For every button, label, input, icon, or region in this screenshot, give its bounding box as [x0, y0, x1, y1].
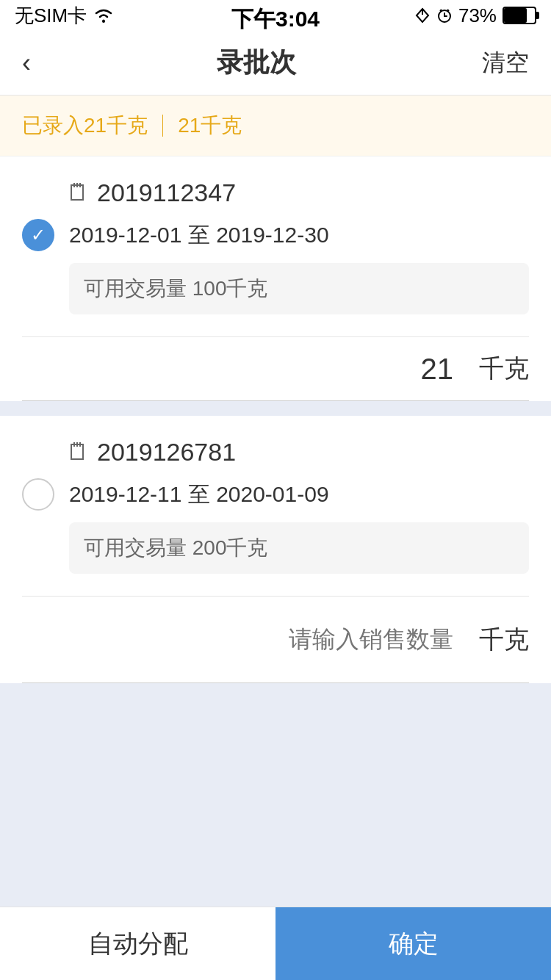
batch-date-2: 2019-12-11 至 2020-01-09 [69, 480, 329, 510]
batch-amount-row-2: 千克 [22, 596, 529, 683]
amount-input-1[interactable] [376, 353, 464, 386]
info-banner: 已录入21千克 21千克 [0, 96, 551, 156]
batch-date-row-1[interactable]: ✓ 2019-12-01 至 2019-12-30 [22, 219, 529, 251]
recorded-value: 21千克 [178, 112, 242, 140]
batch-quota-2: 可用交易量 200千克 [69, 522, 529, 574]
section-separator-1 [0, 401, 551, 416]
nav-bar: ‹ 录批次 清空 [0, 31, 551, 96]
batch-doc-icon-2: 🗒 [66, 439, 90, 466]
amount-unit-1: 千克 [479, 352, 529, 386]
svg-line-6 [447, 10, 449, 11]
batch-card-2: 🗒 2019126781 2019-12-11 至 2020-01-09 可用交… [0, 416, 551, 683]
sim-text: 无SIM卡 [15, 3, 87, 29]
recorded-label: 已录入21千克 [22, 112, 148, 140]
battery-icon [503, 7, 536, 24]
check-icon-1: ✓ [31, 225, 46, 245]
batch-date-row-2[interactable]: 2019-12-11 至 2020-01-09 [22, 478, 529, 511]
alarm-icon [436, 7, 453, 24]
status-right: 73% [414, 4, 536, 27]
batch-id-1: 2019112347 [97, 179, 236, 207]
batch-date-1: 2019-12-01 至 2019-12-30 [69, 220, 329, 251]
batch-id-2: 2019126781 [97, 438, 236, 466]
batch-header-1: 🗒 2019112347 [66, 179, 529, 207]
status-bar: 无SIM卡 下午3:04 73% [0, 0, 551, 31]
auto-distribute-button[interactable]: 自动分配 [0, 907, 276, 980]
batch-header-2: 🗒 2019126781 [66, 438, 529, 466]
wifi-icon [93, 7, 115, 24]
radio-2[interactable] [22, 478, 54, 511]
batch-card-1: 🗒 2019112347 ✓ 2019-12-01 至 2019-12-30 可… [0, 156, 551, 401]
battery-percent: 73% [458, 4, 497, 27]
svg-point-0 [102, 20, 105, 23]
info-divider [162, 115, 163, 137]
status-left: 无SIM卡 [15, 3, 115, 29]
svg-line-5 [440, 10, 442, 11]
clear-button[interactable]: 清空 [482, 47, 529, 79]
back-button[interactable]: ‹ [22, 48, 31, 79]
batch-amount-row-1: 千克 [22, 336, 529, 401]
radio-1[interactable]: ✓ [22, 219, 54, 251]
location-icon [414, 7, 431, 24]
page-title: 录批次 [217, 45, 296, 81]
confirm-button[interactable]: 确定 [276, 907, 551, 980]
batch-quota-1: 可用交易量 100千克 [69, 263, 529, 314]
status-time: 下午3:04 [231, 4, 320, 35]
amount-input-2[interactable] [22, 611, 464, 668]
batch-doc-icon-1: 🗒 [66, 179, 90, 206]
amount-unit-2: 千克 [479, 623, 529, 657]
bottom-bar: 自动分配 确定 [0, 907, 551, 980]
